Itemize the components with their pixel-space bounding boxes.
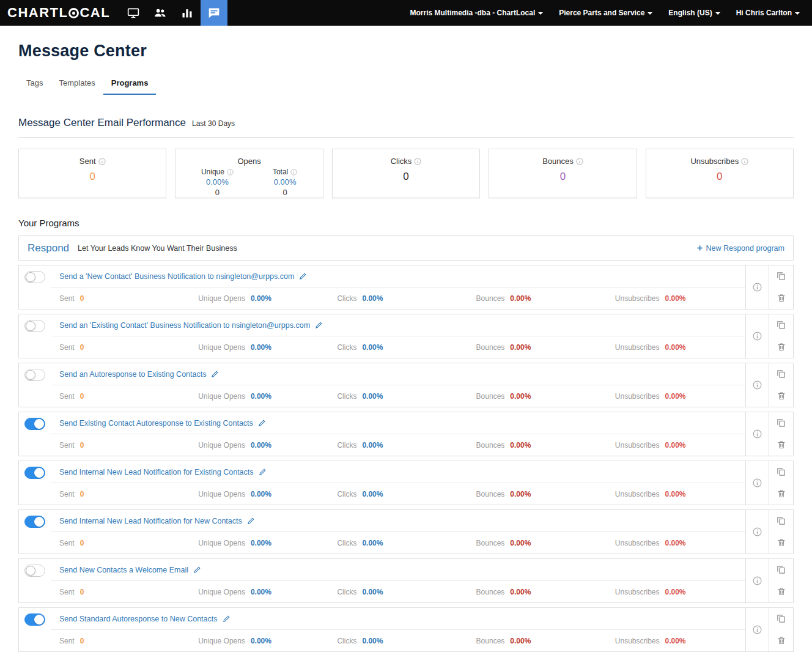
card-unsubscribes-value: 0 [646, 171, 793, 183]
program-title-link[interactable]: Send an Autoresponse to Existing Contact… [59, 370, 206, 379]
stat-unique-opens-value: 0.00% [251, 539, 271, 547]
program-info-icon[interactable] [745, 314, 769, 358]
program-row: Send New Contacts a Welcome Email Sent 0… [18, 558, 794, 603]
program-toggle[interactable] [24, 467, 45, 479]
program-info-icon[interactable] [745, 412, 769, 456]
program-row-stats: Sent 0 Unique Opens 0.00% Clicks 0.00% B… [51, 630, 745, 651]
program-title-link[interactable]: Send a 'New Contact' Business Notificati… [59, 272, 294, 281]
edit-pencil-icon[interactable] [223, 615, 231, 623]
info-icon[interactable] [290, 169, 297, 176]
stat-unique-opens: Unique Opens 0.00% [190, 637, 328, 645]
program-title-link[interactable]: Send New Contacts a Welcome Email [59, 566, 188, 574]
copy-icon[interactable] [769, 559, 793, 581]
edit-pencil-icon[interactable] [299, 272, 307, 280]
program-title-link[interactable]: Send Standard Autoresponse to New Contac… [59, 615, 218, 623]
edit-pencil-icon[interactable] [315, 321, 323, 329]
stat-clicks-value: 0.00% [362, 490, 383, 498]
info-icon[interactable] [227, 169, 234, 176]
program-toggle[interactable] [24, 516, 45, 528]
program-row: Send a 'New Contact' Business Notificati… [18, 265, 794, 309]
tab-templates[interactable]: Templates [51, 73, 103, 95]
edit-pencil-icon[interactable] [247, 517, 255, 525]
trash-icon[interactable] [769, 581, 793, 603]
program-title-link[interactable]: Send Internal New Lead Notification for … [59, 468, 254, 476]
copy-icon[interactable] [769, 363, 793, 385]
program-toggle-cell [19, 265, 51, 309]
toggle-knob [34, 419, 44, 429]
tabs: Tags Templates Programs [18, 73, 794, 95]
program-actions [769, 559, 793, 602]
program-toggle[interactable] [24, 613, 45, 626]
tab-programs[interactable]: Programs [103, 73, 157, 95]
program-info-icon[interactable] [745, 265, 769, 309]
location-menu[interactable]: Pierce Parts and Service [559, 9, 652, 17]
trash-icon[interactable] [769, 483, 793, 505]
trash-icon[interactable] [769, 434, 793, 456]
stat-unique-opens-value: 0.00% [251, 392, 271, 401]
edit-pencil-icon[interactable] [258, 419, 266, 427]
respond-subtitle: Let Your Leads Know You Want Their Busin… [78, 244, 237, 253]
program-actions [769, 461, 793, 505]
program-rows: Send a 'New Contact' Business Notificati… [18, 265, 794, 652]
program-info-icon[interactable] [745, 363, 769, 407]
stat-unsubscribes: Unsubscribes 0.00% [607, 637, 745, 645]
copy-icon[interactable] [769, 510, 793, 532]
edit-pencil-icon[interactable] [211, 370, 219, 378]
card-opens: Opens Unique 0.00% 0 Total 0.00% 0 [175, 149, 323, 198]
program-toggle[interactable] [24, 320, 45, 332]
edit-pencil-icon[interactable] [259, 468, 267, 476]
top-navbar: CHARTLCAL Morris Multimedia -dba - Chart… [0, 0, 812, 26]
performance-header: Message Center Email Performance Last 30… [18, 117, 794, 138]
tab-tags[interactable]: Tags [18, 73, 51, 95]
copy-icon[interactable] [769, 461, 793, 483]
program-actions [769, 265, 793, 309]
stat-unique-opens: Unique Opens 0.00% [190, 343, 328, 352]
stat-bounces: Bounces 0.00% [468, 441, 607, 450]
new-respond-program-button[interactable]: New Respond program [696, 244, 784, 253]
program-actions [769, 314, 793, 358]
program-toggle[interactable] [24, 271, 45, 283]
program-title-link[interactable]: Send Existing Contact Autoresponse to Ex… [59, 419, 253, 428]
copy-icon[interactable] [769, 412, 793, 434]
chartlocal-logo[interactable]: CHARTLCAL [0, 0, 120, 26]
info-icon[interactable] [414, 158, 421, 165]
program-row-stats: Sent 0 Unique Opens 0.00% Clicks 0.00% B… [51, 483, 745, 505]
trash-icon[interactable] [769, 287, 793, 309]
message-center-icon[interactable] [201, 0, 227, 26]
program-info-icon[interactable] [745, 461, 769, 505]
copy-icon[interactable] [769, 608, 793, 630]
bar-chart-icon[interactable] [174, 0, 201, 26]
program-toggle[interactable] [24, 369, 45, 381]
program-info-icon[interactable] [745, 510, 769, 554]
stat-bounces-value: 0.00% [510, 392, 531, 401]
trash-icon[interactable] [769, 385, 793, 407]
program-row-stats: Sent 0 Unique Opens 0.00% Clicks 0.00% B… [51, 434, 745, 456]
program-toggle[interactable] [24, 418, 45, 430]
stat-bounces-value: 0.00% [510, 637, 531, 645]
info-icon[interactable] [741, 158, 748, 165]
program-title-link[interactable]: Send Internal New Lead Notification for … [59, 517, 242, 525]
stat-unsubscribes: Unsubscribes 0.00% [607, 490, 745, 498]
trash-icon[interactable] [769, 630, 793, 652]
edit-pencil-icon[interactable] [193, 566, 201, 574]
info-icon[interactable] [576, 158, 583, 165]
stat-sent-value: 0 [80, 490, 84, 498]
program-info-icon[interactable] [745, 608, 769, 651]
users-icon[interactable] [147, 0, 174, 26]
stat-clicks-value: 0.00% [362, 441, 383, 450]
program-toggle[interactable] [24, 565, 45, 577]
stat-unique-opens-value: 0.00% [251, 588, 271, 596]
stat-clicks-value: 0.00% [362, 392, 383, 401]
info-icon[interactable] [98, 158, 106, 165]
language-menu[interactable]: English (US) [668, 9, 720, 17]
program-title-link[interactable]: Send an 'Existing Contact' Business Noti… [59, 321, 310, 330]
copy-icon[interactable] [769, 265, 793, 287]
user-menu[interactable]: Hi Chris Carlton [736, 9, 800, 17]
account-menu[interactable]: Morris Multimedia -dba - ChartLocal [410, 9, 544, 17]
program-info-icon[interactable] [745, 559, 769, 602]
stat-clicks: Clicks 0.00% [328, 637, 467, 645]
desktop-icon[interactable] [120, 0, 147, 26]
trash-icon[interactable] [769, 336, 793, 358]
trash-icon[interactable] [769, 532, 793, 554]
copy-icon[interactable] [769, 314, 793, 336]
